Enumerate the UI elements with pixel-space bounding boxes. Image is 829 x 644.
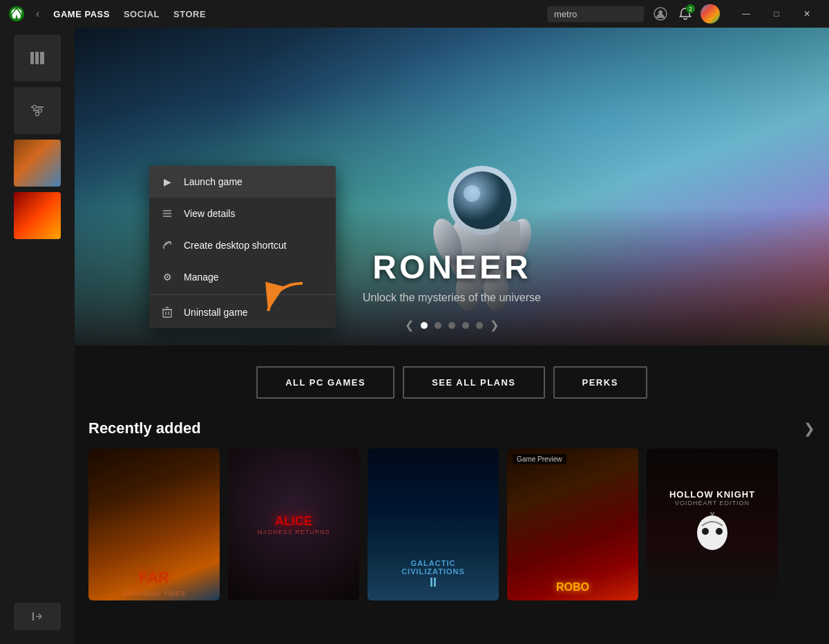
- xbox-logo-icon: [8, 6, 25, 22]
- section-next-arrow[interactable]: ❯: [803, 420, 815, 437]
- sidebar-filter-button[interactable]: [14, 87, 61, 134]
- title-bar-right: 2 — □ ✕: [547, 3, 821, 24]
- minimize-button[interactable]: —: [732, 3, 760, 24]
- manage-icon: ⚙: [160, 270, 174, 284]
- svg-rect-4: [35, 52, 39, 64]
- svg-point-16: [464, 185, 480, 202]
- manage-label: Manage: [184, 272, 219, 283]
- svg-point-23: [702, 528, 709, 535]
- svg-point-9: [33, 106, 37, 109]
- title-bar-left: ‹ GAME PASS SOCIAL STORE: [8, 6, 206, 22]
- see-all-plans-button[interactable]: SEE ALL PLANS: [403, 366, 544, 399]
- hero-dot-2[interactable]: [435, 322, 441, 329]
- svg-rect-5: [40, 52, 44, 64]
- game-preview-badge: Game Preview: [513, 454, 566, 464]
- app-layout: RONEER Unlock the mysteries of the unive…: [0, 28, 829, 644]
- game-card-alice[interactable]: ALICE MADNESS RETURNS: [228, 448, 359, 600]
- window-controls: — □ ✕: [732, 3, 821, 24]
- launch-game-label: Launch game: [184, 176, 242, 187]
- svg-rect-30: [163, 310, 171, 317]
- game-title-galactic: GALACTIC CIVILIZATIONS II: [401, 559, 465, 590]
- perks-button[interactable]: PERKS: [553, 366, 647, 399]
- svg-rect-3: [30, 52, 34, 64]
- title-bar: ‹ GAME PASS SOCIAL STORE 2: [0, 0, 829, 28]
- shortcut-icon: [160, 238, 174, 252]
- svg-point-11: [36, 113, 39, 116]
- context-menu-divider: [149, 294, 336, 295]
- svg-point-10: [39, 109, 42, 113]
- svg-line-26: [712, 512, 716, 515]
- details-icon: [160, 207, 174, 220]
- context-menu: ▶ Launch game View details: [149, 166, 336, 328]
- game-subtitle-alice: MADNESS RETURNS: [257, 529, 330, 536]
- hero-dot-4[interactable]: [462, 322, 469, 329]
- game-card-hollow-knight[interactable]: HOLLOW KNIGHT VOIDHEART EDITION: [647, 448, 778, 600]
- uninstall-icon: [160, 305, 174, 319]
- game-title-far: FAR: [139, 569, 169, 587]
- all-pc-games-button[interactable]: ALL PC GAMES: [256, 366, 394, 399]
- game-card-robo[interactable]: Game Preview ROBO: [507, 448, 638, 600]
- sidebar-collapse-button[interactable]: [14, 603, 61, 630]
- section-title: Recently added: [88, 419, 201, 437]
- close-button[interactable]: ✕: [793, 3, 821, 24]
- uninstall-label: Uninstall game: [184, 307, 248, 318]
- title-bar-icons: 2: [651, 4, 720, 23]
- context-menu-launch-game[interactable]: ▶ Launch game: [149, 166, 336, 198]
- context-menu-manage[interactable]: ⚙ Manage: [149, 261, 336, 293]
- context-menu-desktop-shortcut[interactable]: Create desktop shortcut: [149, 229, 336, 261]
- notification-badge: 2: [686, 4, 695, 13]
- nav-game-pass[interactable]: GAME PASS: [53, 9, 110, 19]
- hero-dot-5[interactable]: [476, 322, 483, 329]
- hero-dot-3[interactable]: [448, 322, 455, 329]
- svg-line-25: [709, 512, 712, 515]
- account-icon[interactable]: [651, 4, 670, 23]
- game-title-alice: ALICE: [275, 514, 312, 529]
- search-input[interactable]: [547, 6, 644, 22]
- context-menu-uninstall[interactable]: Uninstall game: [149, 296, 336, 328]
- title-bar-nav: ‹ GAME PASS SOCIAL STORE: [36, 8, 206, 20]
- maximize-button[interactable]: □: [763, 3, 790, 24]
- nav-social[interactable]: SOCIAL: [124, 9, 160, 19]
- hero-prev-button[interactable]: ❮: [405, 319, 414, 332]
- view-details-label: View details: [184, 208, 235, 219]
- game-title-robo: ROBO: [556, 581, 589, 594]
- back-button[interactable]: ‹: [36, 8, 39, 20]
- user-avatar[interactable]: [701, 4, 720, 23]
- launch-icon: ▶: [160, 175, 174, 189]
- main-content: RONEER Unlock the mysteries of the unive…: [75, 28, 829, 644]
- context-menu-view-details[interactable]: View details: [149, 198, 336, 229]
- cta-section: ALL PC GAMES SEE ALL PLANS PERKS: [75, 345, 829, 419]
- hero-dots: ❮ ❯: [405, 319, 499, 332]
- svg-point-22: [697, 515, 727, 550]
- hero-dot-1[interactable]: [421, 322, 428, 329]
- recently-added-row: FAR CHANGING TIDES ALICE MADNESS RETURNS…: [75, 448, 829, 600]
- game-card-galactic[interactable]: GALACTIC CIVILIZATIONS II: [368, 448, 499, 600]
- sidebar-library-button[interactable]: [14, 35, 61, 82]
- notification-icon[interactable]: 2: [676, 4, 695, 23]
- sidebar-bottom: [14, 603, 61, 630]
- game-title-hollow-knight: HOLLOW KNIGHT VOIDHEART EDITION: [669, 489, 755, 506]
- hero-next-button[interactable]: ❯: [490, 319, 499, 332]
- game-card-far[interactable]: FAR CHANGING TIDES: [88, 448, 220, 600]
- desktop-shortcut-label: Create desktop shortcut: [184, 240, 287, 251]
- sidebar-game-thumb-1[interactable]: [14, 140, 61, 187]
- game-subtitle-far: CHANGING TIDES: [122, 590, 185, 597]
- sidebar: [0, 28, 75, 644]
- hero-title-text: RONEER: [372, 249, 531, 285]
- nav-store[interactable]: STORE: [173, 9, 206, 19]
- hollow-knight-art: [692, 512, 733, 560]
- sidebar-game-thumb-2[interactable]: [14, 192, 61, 239]
- svg-point-24: [716, 528, 723, 535]
- recently-added-header: Recently added ❯: [75, 419, 829, 448]
